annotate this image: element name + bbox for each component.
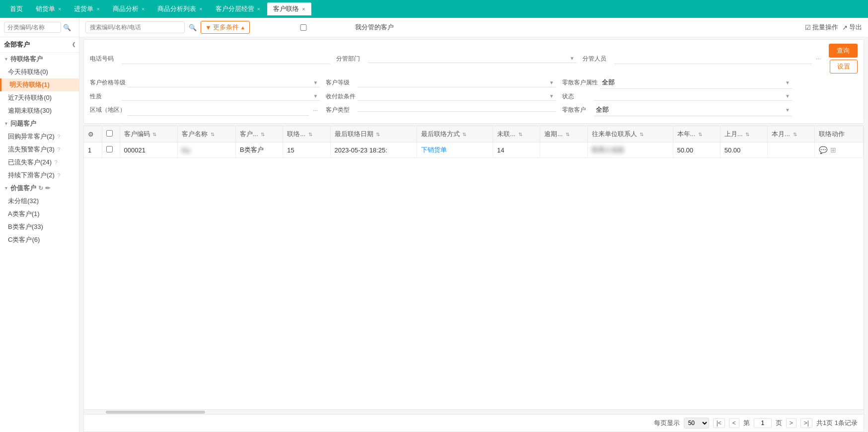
type-select[interactable] <box>358 108 556 112</box>
td-last-method[interactable]: 下销货单 <box>417 143 493 158</box>
message-icon[interactable]: 💬 <box>819 146 827 154</box>
help-icon-3[interactable]: ? <box>54 159 57 165</box>
th-uncontacted[interactable]: 未联... ⇅ <box>493 126 540 143</box>
th-last-date[interactable]: 最后联络日期 ⇅ <box>330 126 417 143</box>
last-page-btn[interactable]: >| <box>800 418 812 428</box>
my-customers-check[interactable] <box>254 24 353 31</box>
th-checkbox[interactable] <box>102 126 120 143</box>
td-checkbox[interactable] <box>102 143 120 158</box>
th-contact-person[interactable]: 往来单位联系人 ⇅ <box>587 126 673 143</box>
nav-product-list[interactable]: 商品分析列表 × <box>151 2 208 15</box>
grade-select[interactable]: ▼ <box>358 78 556 87</box>
export-btn[interactable]: ↗ 导出 <box>842 23 862 32</box>
payment-select[interactable]: ▼ <box>358 92 556 101</box>
th-this-year[interactable]: 本年... ⇅ <box>673 126 720 143</box>
sidebar-item-declining[interactable]: 持续下滑客户(2) ? <box>0 169 79 182</box>
nav-sales[interactable]: 销货单 × <box>30 2 67 15</box>
sidebar-item-c-class[interactable]: C类客户(6) <box>0 233 79 246</box>
top-nav: 首页 销货单 × 进货单 × 商品分析 × 商品分析列表 × 客户分层经营 × … <box>0 0 868 18</box>
retail-select[interactable]: 全部 ▼ <box>594 104 792 116</box>
th-this-month[interactable]: 本月... ⇅ <box>768 126 815 143</box>
bottom-scrollbar[interactable] <box>83 410 864 415</box>
help-icon-2[interactable]: ? <box>57 146 60 152</box>
all-customers-header[interactable]: 全部客户 《 <box>0 37 79 53</box>
search-input[interactable] <box>85 21 185 33</box>
filter-bar: 🔍 ▼ 更多条件 ▲ 我分管的客户 ☑ 批量操作 ↗ 导出 <box>79 18 868 37</box>
row-checkbox[interactable] <box>106 146 113 152</box>
sidebar-item-churn-warning[interactable]: 流失预警客户(3) ? <box>0 143 79 156</box>
nav-purchase[interactable]: 进货单 × <box>68 2 105 15</box>
close-product-icon[interactable]: × <box>142 6 145 12</box>
nature-select[interactable]: ▼ <box>122 92 320 101</box>
group-problem-customers[interactable]: 问题客户 <box>0 117 79 130</box>
th-overdue[interactable]: 逾期... ⇅ <box>540 126 587 143</box>
select-all-checkbox[interactable] <box>106 130 113 137</box>
sidebar-item-ungroup[interactable]: 未分组(32) <box>0 195 79 208</box>
page-number-input[interactable] <box>754 418 772 428</box>
query-button[interactable]: 查询 <box>829 44 858 58</box>
price-grade-field: 客户价格等级 ▼ <box>90 78 320 87</box>
nav-product-analysis[interactable]: 商品分析 × <box>107 2 150 15</box>
th-type[interactable]: 客户... ⇅ <box>235 126 283 143</box>
sidebar-item-a-class[interactable]: A类客户(1) <box>0 208 79 220</box>
page-size-select[interactable]: 50 100 200 <box>684 418 709 429</box>
th-contact[interactable]: 联络... ⇅ <box>283 126 330 143</box>
my-customers-checkbox[interactable]: 我分管的客户 <box>254 23 394 32</box>
td-this-month <box>768 143 815 158</box>
price-grade-select[interactable]: ▼ <box>128 78 320 87</box>
nav-home[interactable]: 首页 <box>4 2 29 15</box>
retail-attr-select[interactable]: 全部 ▼ <box>600 76 792 89</box>
nav-customer-contact[interactable]: 客户联络 × <box>267 2 311 15</box>
batch-action-btn[interactable]: ☑ 批量操作 <box>805 23 838 32</box>
dept-select[interactable]: ▼ <box>368 54 577 63</box>
th-code[interactable]: 客户编码 ⇅ <box>120 126 178 143</box>
prev-page-btn[interactable]: < <box>729 418 739 428</box>
group-value-customers[interactable]: 价值客户 ↻ ✏ <box>0 182 79 195</box>
area-label: 区域（地区） <box>90 106 126 114</box>
sidebar-item-overdue[interactable]: 逾期未联络(30) <box>0 104 79 117</box>
set-button[interactable]: 设置 <box>830 60 858 73</box>
close-contact-icon[interactable]: × <box>302 6 305 12</box>
th-name[interactable]: 客户名称 ⇅ <box>178 126 236 143</box>
group-pending-contact[interactable]: 待联络客户 <box>0 53 79 66</box>
contact-method-link[interactable]: 下销货单 <box>421 146 447 153</box>
dept-arrow-icon: ▼ <box>570 56 575 61</box>
sidebar-item-today[interactable]: 今天待联络(0) <box>0 66 79 78</box>
td-code: 000021 <box>120 143 178 158</box>
person-label: 分管人员 <box>582 55 612 63</box>
search-icon[interactable]: 🔍 <box>189 24 197 31</box>
close-purchase-icon[interactable]: × <box>96 6 99 12</box>
nature-arrow: ▼ <box>313 93 318 99</box>
person-dots[interactable]: ··· <box>814 55 823 62</box>
close-tier-icon[interactable]: × <box>257 6 260 12</box>
sidebar-item-repurchase[interactable]: 回购异常客户(2) ? <box>0 130 79 143</box>
close-sales-icon[interactable]: × <box>58 6 61 12</box>
all-customers-label: 全部客户 <box>4 40 30 49</box>
sidebar-item-churned[interactable]: 已流失客户(24) ? <box>0 156 79 169</box>
refresh-icon[interactable]: ↻ <box>38 185 43 192</box>
nav-customer-tier[interactable]: 客户分层经营 × <box>210 2 266 15</box>
status-arrow: ▼ <box>785 93 790 99</box>
dept-label: 分管部门 <box>336 55 366 63</box>
th-last-month[interactable]: 上月... ⇅ <box>720 126 767 143</box>
status-select[interactable]: ▼ <box>594 92 792 101</box>
more-conditions-btn[interactable]: ▼ 更多条件 ▲ <box>201 21 250 34</box>
edit-icon[interactable]: ✏ <box>45 185 50 192</box>
close-product-list-icon[interactable]: × <box>199 6 202 12</box>
area-dots[interactable]: ··· <box>311 107 320 114</box>
sidebar-item-tomorrow[interactable]: 明天待联络(1) <box>0 78 79 91</box>
grid-icon[interactable]: ⊞ <box>830 146 836 154</box>
first-page-btn[interactable]: |< <box>713 418 725 428</box>
content-area: 🔍 ▼ 更多条件 ▲ 我分管的客户 ☑ 批量操作 ↗ 导出 <box>79 18 868 432</box>
sidebar-item-b-class[interactable]: B类客户(33) <box>0 220 79 233</box>
th-settings[interactable]: ⚙ <box>84 126 102 143</box>
sidebar-search-icon[interactable]: 🔍 <box>63 24 71 31</box>
next-page-btn[interactable]: > <box>786 418 796 428</box>
sidebar-item-week[interactable]: 近7天待联络(0) <box>0 91 79 104</box>
price-grade-arrow: ▼ <box>313 80 318 85</box>
table-row: 1 000021 Ea B类客户 15 2023-05-23 18:25: 下销… <box>84 143 864 158</box>
th-last-method[interactable]: 最后联络方式 ⇅ <box>417 126 493 143</box>
sidebar-search-input[interactable] <box>4 22 61 33</box>
help-icon-4[interactable]: ? <box>57 172 60 178</box>
help-icon-1[interactable]: ? <box>57 134 60 140</box>
